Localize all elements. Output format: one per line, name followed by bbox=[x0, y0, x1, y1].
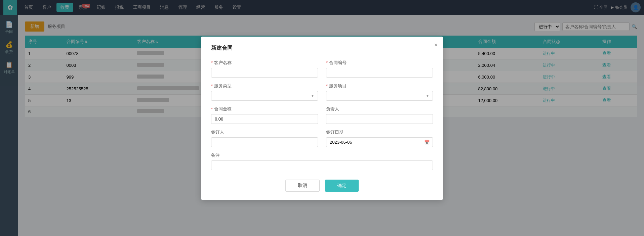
select-service-item[interactable] bbox=[326, 91, 433, 101]
input-remark[interactable] bbox=[211, 160, 433, 170]
label-service-item: * 服务项目 bbox=[326, 83, 433, 89]
label-service-type: * 服务类型 bbox=[211, 83, 318, 89]
modal-overlay: 新建合同 × * 客户名称 * 合同编号 bbox=[0, 0, 644, 236]
confirm-button[interactable]: 确定 bbox=[325, 180, 359, 192]
new-contract-modal: 新建合同 × * 客户名称 * 合同编号 bbox=[201, 37, 443, 200]
label-sign-date: 签订日期 bbox=[326, 129, 433, 135]
input-amount[interactable] bbox=[211, 114, 318, 124]
field-contract-no: * 合同编号 bbox=[326, 60, 433, 78]
input-responsible[interactable] bbox=[326, 114, 433, 124]
field-customer: * 客户名称 bbox=[211, 60, 318, 78]
field-responsible: 负责人 bbox=[326, 106, 433, 124]
modal-footer: 取消 确定 bbox=[211, 180, 433, 192]
field-sign-date: 签订日期 📅 bbox=[326, 129, 433, 147]
label-customer: * 客户名称 bbox=[211, 60, 318, 66]
cancel-button[interactable]: 取消 bbox=[285, 180, 320, 192]
field-signer: 签订人 bbox=[211, 129, 318, 147]
date-wrapper: 📅 bbox=[326, 137, 433, 147]
input-contract-no[interactable] bbox=[326, 68, 433, 78]
service-item-wrapper: ▼ bbox=[326, 91, 433, 101]
input-customer[interactable] bbox=[211, 68, 318, 78]
label-amount: * 合同金额 bbox=[211, 106, 318, 112]
input-signer[interactable] bbox=[211, 137, 318, 147]
field-service-item: * 服务项目 ▼ bbox=[326, 83, 433, 101]
select-service-type[interactable] bbox=[211, 91, 318, 101]
field-service-type: * 服务类型 ▼ bbox=[211, 83, 318, 101]
label-signer: 签订人 bbox=[211, 129, 318, 135]
modal-title: 新建合同 bbox=[211, 45, 433, 52]
input-sign-date[interactable] bbox=[326, 137, 433, 147]
service-type-wrapper: ▼ bbox=[211, 91, 318, 101]
form-grid: * 客户名称 * 合同编号 * 服务类型 bbox=[211, 60, 433, 170]
label-remark: 备注 bbox=[211, 152, 433, 158]
field-amount: * 合同金额 bbox=[211, 106, 318, 124]
calendar-icon[interactable]: 📅 bbox=[424, 140, 430, 145]
modal-close-button[interactable]: × bbox=[434, 42, 438, 48]
field-remark: 备注 bbox=[211, 152, 433, 170]
label-contract-no: * 合同编号 bbox=[326, 60, 433, 66]
label-responsible: 负责人 bbox=[326, 106, 433, 112]
